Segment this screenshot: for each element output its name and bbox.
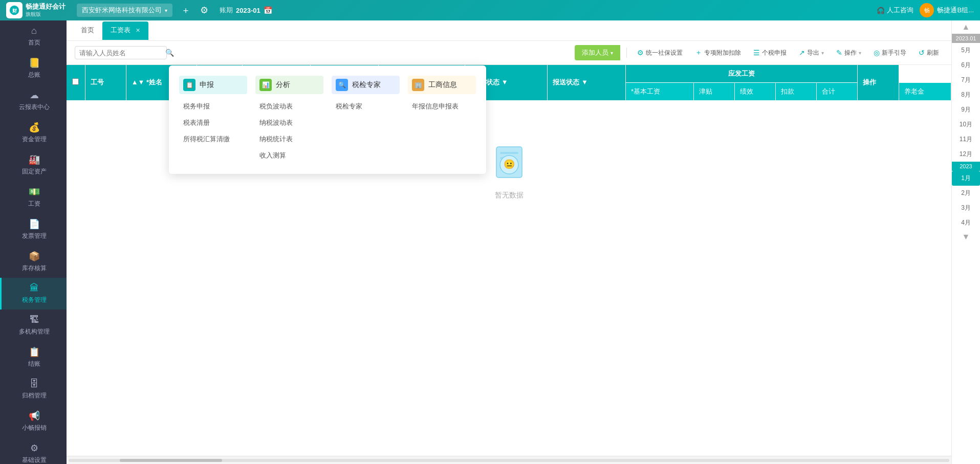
main-content: 首页 工资表 ✕ 🔍 添加人员 ▾ xyxy=(67,20,951,464)
sidebar-label: 云报表中心 xyxy=(19,103,50,112)
menu-item[interactable]: 所得税汇算清缴 xyxy=(179,131,247,147)
menu-section-icon: 🔍 xyxy=(336,79,348,91)
sidebar-item-资金管理[interactable]: 💰资金管理 xyxy=(0,117,67,149)
guide-label: 新手引导 xyxy=(882,49,906,57)
th-checkbox xyxy=(67,65,85,100)
sidebar-item-发票管理[interactable]: 📄发票管理 xyxy=(0,213,67,246)
sidebar-item-库存核算[interactable]: 📦库存核算 xyxy=(0,246,67,278)
company-selector[interactable]: 西安虾米网络科技有限公司 ▾ xyxy=(77,4,172,17)
menu-item[interactable]: 税表清册 xyxy=(179,115,247,131)
menu-item[interactable]: 税务申报 xyxy=(179,98,247,115)
sidebar-icon: 🏛 xyxy=(30,283,39,294)
special-deduction-label: 专项附加扣除 xyxy=(704,49,741,57)
menu-section-title: 工商信息 xyxy=(428,80,457,90)
sidebar-item-固定资产[interactable]: 🏭固定资产 xyxy=(0,149,67,181)
tab-close-icon[interactable]: ✕ xyxy=(136,27,140,33)
menu-col-header-1: 📊分析 xyxy=(255,76,323,94)
sidebar-icon: 💵 xyxy=(29,186,40,197)
special-deduction-btn[interactable]: ＋ 专项附加扣除 xyxy=(691,46,745,59)
sidebar-item-税务管理[interactable]: 🏛税务管理 xyxy=(0,278,67,310)
guide-btn[interactable]: ◎ 新手引导 xyxy=(869,47,910,59)
sidebar-item-结账[interactable]: 📋结账 xyxy=(0,341,67,373)
cal-month-5[interactable]: 5月 xyxy=(952,43,980,58)
menu-col-header-3: 🏢工商信息 xyxy=(408,76,476,94)
app-version: 旗舰版 xyxy=(26,11,66,18)
sidebar-item-多机构管理[interactable]: 🏗多机构管理 xyxy=(0,310,67,341)
headset-icon: 🎧 xyxy=(877,7,885,14)
sidebar-icon: 📒 xyxy=(29,57,40,69)
sidebar-icon: ⌂ xyxy=(31,26,37,36)
sidebar-item-工资[interactable]: 💵工资 xyxy=(0,181,67,213)
menu-item[interactable]: 年报信息申报表 xyxy=(408,98,476,115)
empty-icon: 😐 xyxy=(489,142,530,183)
cal-month-12[interactable]: 12月 xyxy=(952,147,980,162)
th-operation: 操作 xyxy=(858,65,899,100)
sidebar-item-首页[interactable]: ⌂首页 xyxy=(0,20,67,52)
menu-col-1: 📊分析税负波动表纳税波动表纳税统计表收入测算 xyxy=(251,72,328,168)
tax-declaration-btn[interactable]: ☰ 个税申报 xyxy=(749,47,791,59)
cal-month-2[interactable]: 2月 xyxy=(952,186,980,201)
add-company-button[interactable]: ＋ xyxy=(179,3,193,17)
tax-declaration-icon: ☰ xyxy=(753,49,760,57)
menu-item[interactable]: 税负波动表 xyxy=(255,98,323,115)
menu-section-title: 税检专家 xyxy=(352,80,381,90)
search-wrap[interactable]: 🔍 xyxy=(75,46,167,59)
user-name: 畅捷通B组... xyxy=(937,6,974,15)
support-label: 人工咨询 xyxy=(887,6,913,15)
sidebar-icon: 📄 xyxy=(29,218,40,230)
scrollbar-thumb[interactable] xyxy=(120,459,222,462)
cal-nav-down[interactable]: ▼ xyxy=(952,230,980,244)
calendar-icon[interactable]: 📅 xyxy=(264,6,272,14)
sidebar-item-归档管理[interactable]: 🗄归档管理 xyxy=(0,373,67,405)
sidebar-item-基础设置[interactable]: ⚙基础设置 xyxy=(0,437,67,464)
settings-button[interactable]: ⚙ xyxy=(197,3,211,17)
menu-item[interactable]: 税检专家 xyxy=(332,98,400,115)
search-input[interactable] xyxy=(79,49,165,57)
dropdown-menu: 📋申报税务申报税表清册所得税汇算清缴📊分析税负波动表纳税波动表纳税统计表收入测算… xyxy=(169,65,486,174)
menu-item[interactable]: 纳税波动表 xyxy=(255,115,323,131)
export-label: 导出 xyxy=(807,49,819,57)
menu-item[interactable]: 纳税统计表 xyxy=(255,131,323,147)
search-icon: 🔍 xyxy=(165,49,174,57)
operation-btn[interactable]: ✎ 操作 ▾ xyxy=(832,47,865,59)
select-all-checkbox[interactable] xyxy=(72,78,79,85)
tabs-bar: 首页 工资表 ✕ xyxy=(67,20,951,41)
add-person-button[interactable]: 添加人员 ▾ xyxy=(575,45,620,60)
refresh-icon: ↺ xyxy=(919,49,925,57)
cal-month-3[interactable]: 3月 xyxy=(952,201,980,215)
menu-col-3: 🏢工商信息年报信息申报表 xyxy=(404,72,480,168)
top-bar-right: 🎧 人工咨询 畅 畅捷通B组... xyxy=(877,3,974,17)
logo-text-area: 畅捷通好会计 旗舰版 xyxy=(26,3,66,18)
cal-month-4[interactable]: 4月 xyxy=(952,215,980,230)
cal-month-10[interactable]: 10月 xyxy=(952,117,980,132)
th-submit-status: 报送状态 ▼ xyxy=(548,65,626,100)
support-button[interactable]: 🎧 人工咨询 xyxy=(877,6,913,15)
sidebar-icon: 📦 xyxy=(29,251,40,262)
sidebar-icon: 🗄 xyxy=(30,379,39,389)
cal-month-11[interactable]: 11月 xyxy=(952,132,980,147)
tab-home[interactable]: 首页 xyxy=(73,21,102,40)
cal-month-9[interactable]: 9月 xyxy=(952,102,980,117)
sidebar-icon: 🏭 xyxy=(29,154,40,165)
sidebar-item-云报表中心[interactable]: ☁云报表中心 xyxy=(0,84,67,117)
cal-month-1[interactable]: 1月 xyxy=(952,171,980,186)
sidebar-item-总账[interactable]: 📒总账 xyxy=(0,52,67,84)
toolbar: 🔍 添加人员 ▾ ⚙ 统一社保设置 ＋ 专项附加扣除 xyxy=(67,41,951,65)
sidebar-icon: ☁ xyxy=(30,90,39,101)
user-area[interactable]: 畅 畅捷通B组... xyxy=(920,3,974,17)
social-insurance-btn[interactable]: ⚙ 统一社保设置 xyxy=(633,47,687,59)
sidebar-label: 工资 xyxy=(28,200,40,208)
cal-month-7[interactable]: 7月 xyxy=(952,73,980,87)
th-payroll-group: 应发工资 xyxy=(625,65,858,83)
cal-nav-up[interactable]: ▲ xyxy=(952,20,980,34)
tab-payroll[interactable]: 工资表 ✕ xyxy=(102,21,148,40)
export-btn[interactable]: ↗ 导出 ▾ xyxy=(795,47,828,59)
menu-item[interactable]: 收入测算 xyxy=(255,147,323,164)
scrollbar-track[interactable] xyxy=(69,459,949,462)
sidebar-item-小畅报销[interactable]: 📢小畅报销 xyxy=(0,405,67,437)
cal-month-8[interactable]: 8月 xyxy=(952,87,980,102)
cal-month-6[interactable]: 6月 xyxy=(952,58,980,73)
refresh-btn[interactable]: ↺ 刷新 xyxy=(914,47,943,59)
guide-icon: ◎ xyxy=(874,49,880,57)
tab-home-label: 首页 xyxy=(81,26,94,34)
